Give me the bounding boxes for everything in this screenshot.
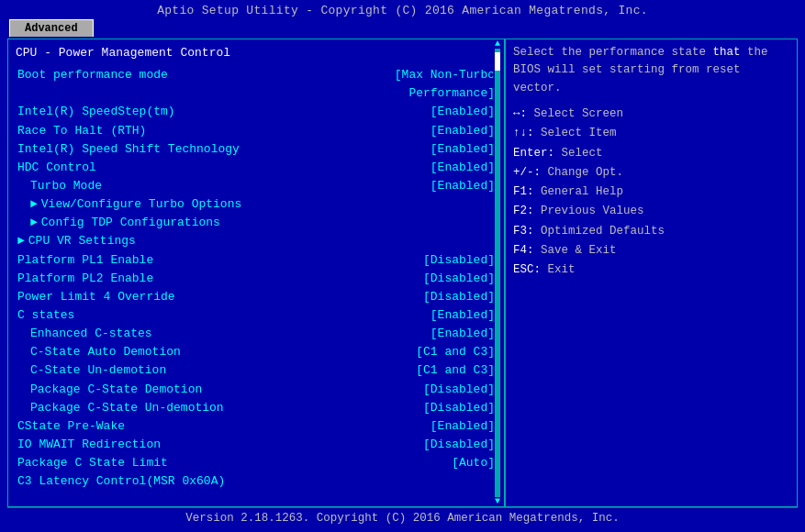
list-item[interactable]: C-State Un-demotion [C1 and C3] (16, 361, 497, 380)
list-item[interactable]: ►View/Configure Turbo Options (16, 195, 497, 214)
list-item[interactable]: Intel(R) SpeedStep(tm) [Enabled] (16, 103, 497, 121)
key-item: F1: General Help (513, 183, 789, 202)
scroll-up-arrow[interactable]: ▲ (495, 39, 500, 49)
tab-row: Advanced (0, 19, 805, 37)
list-item[interactable]: Package C-State Demotion [Disabled] (16, 381, 497, 399)
bottom-bar: Version 2.18.1263. Copyright (C) 2016 Am… (7, 507, 798, 528)
list-item[interactable]: Platform PL2 Enable [Disabled] (16, 270, 497, 288)
key-label: +/-: (513, 166, 541, 179)
list-item[interactable]: ►CPU VR Settings (16, 232, 497, 250)
list-item[interactable]: C states [Enabled] (16, 306, 497, 325)
arrow-icon: ► (30, 197, 38, 211)
version-text: Version 2.18.1263. Copyright (C) 2016 Am… (185, 512, 620, 525)
list-item[interactable]: Turbo Mode [Enabled] (16, 177, 497, 195)
list-item[interactable]: Platform PL1 Enable [Disabled] (16, 251, 497, 270)
scroll-down-arrow[interactable]: ▼ (495, 497, 500, 506)
key-label: F2: (513, 205, 534, 217)
left-panel: CPU - Power Management Control Boot perf… (8, 39, 504, 506)
scroll-thumb (495, 52, 500, 71)
list-item[interactable]: IO MWAIT Redirection [Disabled] (16, 436, 497, 454)
key-label: F3: (513, 225, 534, 238)
list-item[interactable]: Package C-State Un-demotion [Disabled] (16, 399, 497, 417)
main-border: CPU - Power Management Control Boot perf… (7, 39, 798, 507)
key-item: F2: Previous Values (513, 202, 789, 221)
help-text-content: Select the performance state that the BI… (513, 46, 768, 94)
key-label: F1: (513, 185, 534, 198)
key-item: +/-: Change Opt. (513, 163, 789, 183)
arrow-icon: ► (30, 216, 38, 229)
scrollbar[interactable]: ▲ ▼ (493, 39, 502, 506)
list-item[interactable]: Boot performance mode [Max Non-Turbo (16, 66, 497, 84)
help-text: Select the performance state that the BI… (513, 44, 789, 97)
list-item[interactable]: Package C State Limit [Auto] (16, 454, 497, 472)
key-label: ↔: (513, 107, 527, 120)
scroll-track (495, 49, 500, 497)
title-bar: Aptio Setup Utility - Copyright (C) 2016… (0, 0, 805, 19)
key-item: ↔: Select Screen (513, 105, 789, 124)
key-item: Enter: Select (513, 144, 789, 163)
list-item[interactable]: ►Config TDP Configurations (16, 214, 497, 232)
keys-section: ↔: Select Screen ↑↓: Select Item Enter: … (513, 105, 789, 280)
bios-screen: Aptio Setup Utility - Copyright (C) 2016… (0, 0, 805, 532)
list-item[interactable]: Enhanced C-states [Enabled] (16, 325, 497, 343)
section-title: CPU - Power Management Control (16, 44, 497, 62)
right-panel: Select the performance state that the BI… (506, 39, 797, 506)
key-label: ↑↓: (513, 127, 534, 139)
key-item: ESC: Exit (513, 260, 789, 280)
list-item[interactable]: C-State Auto Demotion [C1 and C3] (16, 343, 497, 361)
that-word: that (713, 46, 741, 59)
arrow-icon: ► (17, 234, 25, 248)
key-item: ↑↓: Select Item (513, 124, 789, 143)
list-item-continued: Performance] (16, 84, 497, 103)
item-label: Boot performance mode (17, 66, 168, 84)
list-item[interactable]: Power Limit 4 Override [Disabled] (16, 288, 497, 306)
item-value: [Max Non-Turbo (395, 66, 495, 84)
list-item[interactable]: Race To Halt (RTH) [Enabled] (16, 122, 497, 140)
list-item[interactable]: HDC Control [Enabled] (16, 159, 497, 177)
list-item[interactable]: Intel(R) Speed Shift Technology [Enabled… (16, 140, 497, 159)
key-label: F4: (513, 244, 534, 257)
key-item: F3: Optimized Defaults (513, 222, 789, 241)
key-label: ESC: (513, 263, 541, 276)
key-item: F4: Save & Exit (513, 241, 789, 260)
tab-advanced[interactable]: Advanced (9, 19, 94, 37)
key-label: Enter: (513, 147, 554, 160)
list-item[interactable]: CState Pre-Wake [Enabled] (16, 417, 497, 436)
title-text: Aptio Setup Utility - Copyright (C) 2016… (157, 4, 648, 17)
list-item[interactable]: C3 Latency Control(MSR 0x60A) (16, 472, 497, 491)
